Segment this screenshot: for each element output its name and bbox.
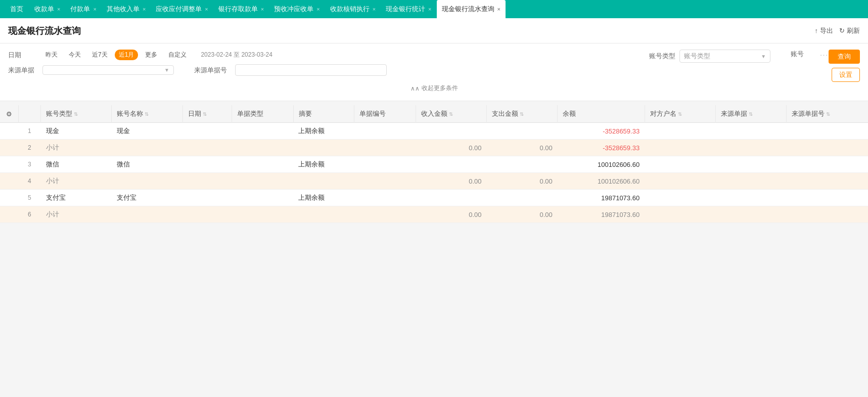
close-tab-icon[interactable]: × (428, 6, 431, 12)
date-option-近1月[interactable]: 近1月 (115, 50, 139, 60)
export-button[interactable]: ↑ 导出 (815, 26, 834, 35)
date-filter-label: 日期 (8, 51, 33, 60)
cell-gear (0, 173, 18, 190)
cell-gear (0, 206, 18, 223)
cell-no: 1 (18, 123, 41, 140)
nav-tab-其他收入单[interactable]: 其他收入单× (102, 0, 151, 18)
date-option-昨天[interactable]: 昨天 (41, 50, 62, 60)
cell-doc_type (232, 123, 293, 140)
export-icon: ↑ (815, 27, 818, 34)
col-account_name[interactable]: 账号名称⇅ (112, 105, 182, 123)
query-button[interactable]: 查询 (829, 50, 860, 64)
source-doc-no-input[interactable] (235, 64, 387, 76)
cell-doc_type (232, 206, 293, 223)
cell-income (416, 156, 486, 173)
cell-balance: -3528659.33 (558, 140, 645, 156)
close-tab-icon[interactable]: × (316, 6, 319, 12)
date-option-更多[interactable]: 更多 (141, 50, 161, 60)
cell-doc_type (232, 140, 293, 156)
nav-tab-银行存取款单[interactable]: 银行存取款单× (213, 0, 269, 18)
nav-home[interactable]: 首页 (4, 5, 29, 14)
cell-date (182, 206, 232, 223)
table-row: 2小计0.000.00-3528659.33 (0, 140, 868, 156)
col-date[interactable]: 日期⇅ (182, 105, 232, 123)
close-tab-icon[interactable]: × (93, 6, 96, 12)
cell-gear (0, 190, 18, 206)
cell-doc_no (354, 123, 416, 140)
col-account_type[interactable]: 账号类型⇅ (41, 105, 112, 123)
refresh-button[interactable]: ↻ 刷新 (839, 26, 860, 35)
close-tab-icon[interactable]: × (205, 6, 208, 12)
nav-tab-应收应付调整单[interactable]: 应收应付调整单× (151, 0, 213, 18)
collapse-icon: ∧∧ (410, 85, 420, 92)
cell-no: 3 (18, 156, 41, 173)
cell-expense (487, 123, 558, 140)
cell-summary (293, 173, 354, 190)
nav-tab-收款核销执行[interactable]: 收款核销执行× (325, 0, 381, 18)
cell-doc_no (354, 206, 416, 223)
close-tab-icon[interactable]: × (497, 6, 500, 12)
cell-summary (293, 140, 354, 156)
cell-account_type: 现金 (41, 123, 112, 140)
close-tab-icon[interactable]: × (143, 6, 146, 12)
filter-right-buttons: 查询 设置 (829, 50, 860, 82)
col-counterpart[interactable]: 对方户名⇅ (645, 105, 715, 123)
cell-doc_no (354, 190, 416, 206)
date-range-display: 2023-02-24 至 2023-03-24 (201, 51, 272, 59)
cell-summary: 上期余额 (293, 123, 354, 140)
cell-source_doc (715, 140, 786, 156)
nav-tab-现金银行流水查询[interactable]: 现金银行流水查询× (437, 0, 506, 18)
cell-balance: 19871073.60 (558, 190, 645, 206)
gear-icon[interactable]: ⚙ (6, 110, 12, 118)
cell-balance: 100102606.60 (558, 156, 645, 173)
cell-summary (293, 206, 354, 223)
source-doc-select[interactable]: ▼ (42, 65, 174, 75)
source-doc-arrow-icon: ▼ (164, 67, 169, 73)
cell-expense: 0.00 (487, 206, 558, 223)
page-title: 现金银行流水查询 (8, 25, 81, 37)
account-label: 账号 (791, 50, 816, 59)
cell-expense: 0.00 (487, 140, 558, 156)
cell-source_doc_no (787, 156, 868, 173)
collapse-bar[interactable]: ∧∧ 收起更多条件 (8, 82, 860, 95)
col-expense[interactable]: 支出金额⇅ (487, 105, 558, 123)
col-no (18, 105, 41, 123)
filter-row-source: 来源单据 ▼ 来源单据号 (8, 64, 629, 76)
date-option-近7天[interactable]: 近7天 (88, 50, 112, 60)
account-dots[interactable]: ... (820, 50, 829, 57)
col-income[interactable]: 收入金额⇅ (416, 105, 486, 123)
settings-button[interactable]: 设置 (832, 68, 860, 82)
cell-account_name: 现金 (112, 123, 182, 140)
cell-counterpart (645, 206, 715, 223)
cell-account_type: 支付宝 (41, 190, 112, 206)
cell-balance: -3528659.33 (558, 123, 645, 140)
account-type-placeholder: 账号类型 (684, 52, 710, 61)
account-type-filter-group: 账号类型 账号类型 ▼ (649, 50, 770, 63)
close-tab-icon[interactable]: × (261, 6, 264, 12)
date-option-自定义[interactable]: 自定义 (164, 50, 191, 60)
table-row: 1现金现金上期余额-3528659.33 (0, 123, 868, 140)
close-tab-icon[interactable]: × (373, 6, 376, 12)
top-navigation: 首页 收款单×付款单×其他收入单×应收应付调整单×银行存取款单×预收冲应收单×收… (0, 0, 868, 18)
cell-account_name (112, 173, 182, 190)
nav-tab-付款单[interactable]: 付款单× (65, 0, 101, 18)
col-source_doc[interactable]: 来源单据⇅ (715, 105, 786, 123)
col-doc_no: 单据编号 (354, 105, 416, 123)
nav-tab-收款单[interactable]: 收款单× (29, 0, 65, 18)
cell-source_doc_no (787, 190, 868, 206)
date-option-今天[interactable]: 今天 (65, 50, 85, 60)
cell-source_doc_no (787, 206, 868, 223)
cell-counterpart (645, 190, 715, 206)
close-tab-icon[interactable]: × (57, 6, 60, 12)
filter-section: 日期 昨天今天近7天近1月更多自定义 2023-02-24 至 2023-03-… (8, 50, 860, 82)
col-source_doc_no[interactable]: 来源单据号⇅ (787, 105, 868, 123)
cell-no: 6 (18, 206, 41, 223)
cell-income: 0.00 (416, 206, 486, 223)
table-header: ⚙账号类型⇅账号名称⇅日期⇅单据类型摘要单据编号收入金额⇅支出金额⇅余额对方户名… (0, 105, 868, 123)
nav-tab-现金银行统计[interactable]: 现金银行统计× (381, 0, 436, 18)
cell-date (182, 156, 232, 173)
cell-expense (487, 156, 558, 173)
account-type-select[interactable]: 账号类型 ▼ (679, 50, 770, 63)
nav-tab-预收冲应收单[interactable]: 预收冲应收单× (269, 0, 325, 18)
cell-source_doc_no (787, 140, 868, 156)
